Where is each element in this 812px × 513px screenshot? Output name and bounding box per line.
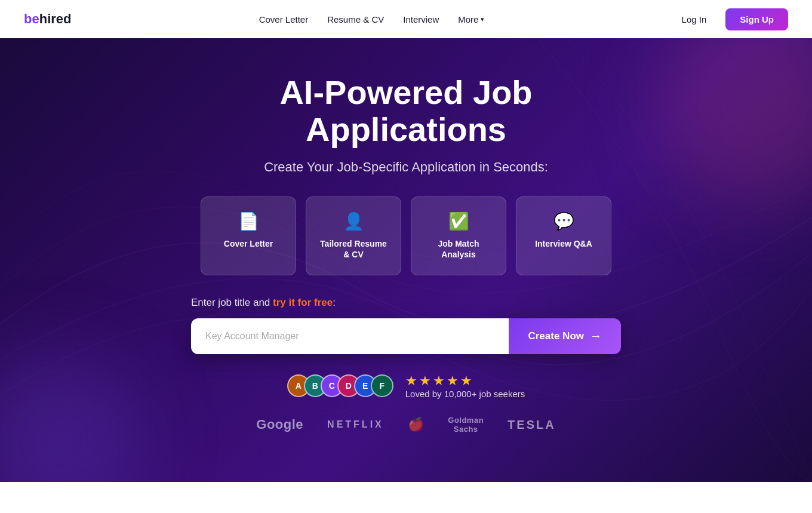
- resume-icon: 👤: [343, 211, 364, 231]
- below-fold-section: Watch how it works in 45 seconds behired…: [0, 482, 812, 513]
- card-tailored-resume-label: Tailored Resume & CV: [318, 238, 389, 260]
- star-5: ★: [460, 373, 472, 389]
- hero-section: AI-Powered Job Applications Create Your …: [0, 38, 812, 482]
- job-match-icon: ✅: [448, 211, 469, 231]
- card-cover-letter-label: Cover Letter: [224, 238, 273, 249]
- document-icon: 📄: [238, 211, 259, 231]
- cta-label-prefix: Enter job title and: [191, 297, 273, 308]
- signup-button[interactable]: Sign Up: [725, 8, 788, 30]
- logo[interactable]: behired: [24, 11, 71, 27]
- star-4: ★: [447, 373, 459, 389]
- create-now-button[interactable]: Create Now →: [509, 318, 621, 354]
- ratings-block: ★ ★ ★ ★ ★ Loved by 10,000+ job seekers: [405, 373, 525, 399]
- hero-content: AI-Powered Job Applications Create Your …: [191, 74, 621, 434]
- logo-hired: hired: [39, 11, 72, 26]
- nav-resume-cv[interactable]: Resume & CV: [327, 14, 384, 24]
- nav-cover-letter[interactable]: Cover Letter: [259, 14, 309, 24]
- nav-links: Cover Letter Resume & CV Interview More …: [259, 14, 485, 24]
- card-job-match-label: Job Match Analysis: [423, 238, 494, 260]
- card-interview-qa-label: Interview Q&A: [535, 238, 592, 249]
- loved-by-text: Loved by 10,000+ job seekers: [405, 389, 525, 399]
- arrow-right-icon: →: [590, 329, 602, 343]
- interview-icon: 💬: [553, 211, 574, 231]
- star-1: ★: [405, 373, 417, 389]
- job-title-input[interactable]: [191, 318, 509, 354]
- cta-label: Enter job title and try it for free:: [191, 297, 621, 309]
- feature-card-tailored-resume[interactable]: 👤 Tailored Resume & CV: [306, 196, 401, 275]
- hero-subtitle: Create Your Job-Specific Application in …: [191, 159, 621, 175]
- nav-more-label: More: [458, 14, 478, 24]
- cta-bar: Create Now →: [191, 318, 621, 354]
- nav-right: Log In Sign Up: [672, 8, 788, 30]
- user-avatars: A B C D E F: [287, 374, 393, 397]
- nav-interview[interactable]: Interview: [403, 14, 439, 24]
- goldman-sachs-logo: GoldmanSachs: [448, 416, 484, 434]
- feature-card-cover-letter[interactable]: 📄 Cover Letter: [201, 196, 296, 275]
- star-rating: ★ ★ ★ ★ ★: [405, 373, 525, 389]
- create-now-label: Create Now: [528, 330, 584, 342]
- netflix-logo: NETFLIX: [327, 419, 384, 430]
- feature-card-interview-qa[interactable]: 💬 Interview Q&A: [516, 196, 611, 275]
- feature-card-job-match[interactable]: ✅ Job Match Analysis: [411, 196, 506, 275]
- logo-be: be: [24, 11, 39, 26]
- social-proof: A B C D E F ★ ★ ★ ★ ★ Loved by 10,000+ j…: [191, 373, 621, 399]
- hero-title: AI-Powered Job Applications: [191, 74, 621, 148]
- feature-cards: 📄 Cover Letter 👤 Tailored Resume & CV ✅ …: [191, 196, 621, 275]
- chevron-down-icon: ▾: [481, 16, 484, 23]
- tesla-logo: TESLA: [508, 418, 556, 432]
- cta-highlight: try it for free: [273, 297, 333, 308]
- star-3: ★: [433, 373, 445, 389]
- company-logos: Google NETFLIX 🍎 GoldmanSachs TESLA: [191, 416, 621, 434]
- cta-label-suffix: :: [333, 297, 336, 308]
- google-logo: Google: [256, 417, 303, 432]
- star-2: ★: [419, 373, 431, 389]
- avatar: F: [371, 374, 393, 397]
- apple-logo: 🍎: [408, 417, 425, 432]
- navbar: behired Cover Letter Resume & CV Intervi…: [0, 0, 812, 38]
- nav-more[interactable]: More ▾: [458, 14, 484, 24]
- login-button[interactable]: Log In: [672, 10, 716, 29]
